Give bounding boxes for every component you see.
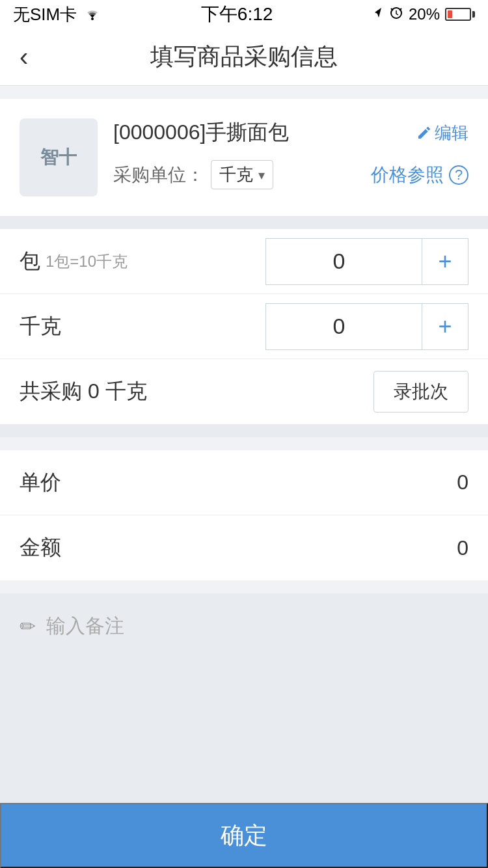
wifi-icon xyxy=(83,5,102,25)
kg-plus-button[interactable]: + xyxy=(422,303,468,350)
unit-label: 采购单位： 千克 ▾ xyxy=(113,160,273,189)
confirm-button[interactable]: 确定 xyxy=(0,803,488,868)
status-bar: 无SIM卡 下午6:12 20% xyxy=(0,0,488,29)
product-card: 智十 [0000006]手撕面包 编辑 采购单位： 千克 ▾ xyxy=(0,99,488,216)
batch-button[interactable]: 录批次 xyxy=(373,371,468,413)
chevron-down-icon: ▾ xyxy=(258,167,265,183)
product-name-row: [0000006]手撕面包 编辑 xyxy=(113,118,468,147)
product-logo: 智十 xyxy=(40,145,77,170)
alarm-icon xyxy=(389,5,403,23)
status-bar-time: 下午6:12 xyxy=(201,2,273,27)
main-content: ‹ 填写商品采购信息 智十 [0000006]手撕面包 编辑 采购单位： xyxy=(0,29,488,868)
help-icon: ? xyxy=(449,165,468,185)
bag-input-group: + xyxy=(265,238,468,285)
bag-label: 包 xyxy=(20,247,40,276)
bag-input[interactable] xyxy=(265,238,422,285)
section-divider-1 xyxy=(0,216,488,229)
product-info: [0000006]手撕面包 编辑 采购单位： 千克 ▾ 价格 xyxy=(113,118,468,189)
notes-placeholder: 输入备注 xyxy=(46,613,124,640)
back-button[interactable]: ‹ xyxy=(20,42,28,72)
product-name: [0000006]手撕面包 xyxy=(113,118,289,147)
kg-input-group: + xyxy=(265,303,468,350)
bag-input-row: 包 1包=10千克 + xyxy=(0,229,488,294)
summary-text: 共采购 0 千克 xyxy=(20,377,147,406)
price-ref-button[interactable]: 价格参照 ? xyxy=(371,163,468,187)
unit-price-value: 0 xyxy=(457,470,468,495)
bag-plus-button[interactable]: + xyxy=(422,238,468,285)
edit-button[interactable]: 编辑 xyxy=(416,122,468,144)
kg-input[interactable] xyxy=(265,303,422,350)
location-icon xyxy=(372,5,384,23)
price-ref-label: 价格参照 xyxy=(371,163,444,187)
info-section: 单价 0 金额 0 xyxy=(0,450,488,580)
bag-sublabel: 1包=10千克 xyxy=(46,251,128,272)
battery-text: 20% xyxy=(409,5,440,23)
notes-section[interactable]: ✏ 输入备注 xyxy=(0,593,488,659)
status-bar-right: 20% xyxy=(372,5,475,23)
input-section: 包 1包=10千克 + 千克 + xyxy=(0,229,488,359)
battery-icon xyxy=(445,8,475,21)
amount-row: 金额 0 xyxy=(0,515,488,580)
page-title: 填写商品采购信息 xyxy=(150,41,338,73)
svg-point-0 xyxy=(91,18,94,20)
amount-value: 0 xyxy=(457,536,468,560)
section-divider-2 xyxy=(0,424,488,437)
unit-value: 千克 xyxy=(219,163,253,186)
pencil-icon: ✏ xyxy=(20,615,36,638)
unit-price-row: 单价 0 xyxy=(0,450,488,515)
status-bar-left: 无SIM卡 xyxy=(13,3,102,26)
product-unit-row: 采购单位： 千克 ▾ 价格参照 ? xyxy=(113,160,468,189)
carrier-text: 无SIM卡 xyxy=(13,3,77,26)
unit-selector[interactable]: 千克 ▾ xyxy=(211,160,273,189)
edit-label: 编辑 xyxy=(435,122,468,144)
nav-bar: ‹ 填写商品采购信息 xyxy=(0,29,488,86)
kg-label: 千克 xyxy=(20,312,61,341)
summary-row: 共采购 0 千克 录批次 xyxy=(0,359,488,424)
kg-input-row: 千克 + xyxy=(0,294,488,359)
unit-price-label: 单价 xyxy=(20,468,61,497)
amount-label: 金额 xyxy=(20,534,61,562)
product-image: 智十 xyxy=(20,118,98,197)
